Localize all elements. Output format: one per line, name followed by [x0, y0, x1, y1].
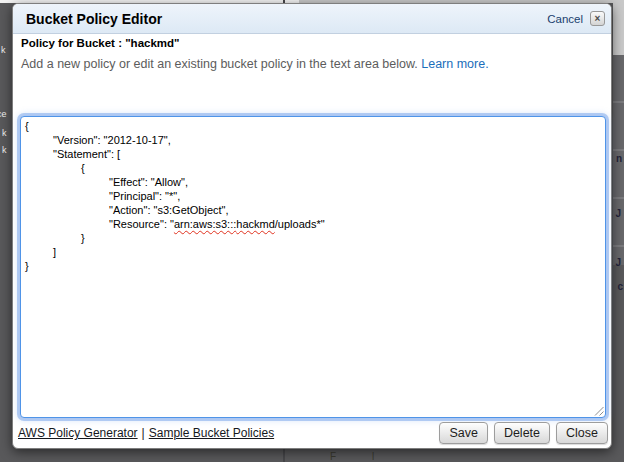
- bucket-policy-editor-dialog: Bucket Policy Editor Cancel × Policy for…: [12, 3, 612, 449]
- background-text-fragment: F: [330, 452, 336, 461]
- background-text-fragment: J: [615, 258, 621, 267]
- cancel-link[interactable]: Cancel: [547, 13, 583, 25]
- background-text-fragment: n: [616, 154, 622, 163]
- policy-text: {"Version": "2012-10-17","Statement": [{…: [25, 119, 601, 273]
- link-separator: |: [142, 426, 145, 440]
- background-text-fragment: l: [372, 452, 374, 461]
- x-icon: ×: [595, 13, 601, 24]
- background-text-fragment: k: [2, 146, 7, 155]
- description-text: Add a new policy or edit an existing buc…: [21, 57, 418, 71]
- background-text-fragment: k: [2, 129, 7, 138]
- resize-handle-icon[interactable]: [593, 405, 604, 416]
- close-x-button[interactable]: ×: [590, 11, 605, 26]
- background-text-fragment: c: [617, 282, 623, 291]
- policy-line: "Statement": [: [25, 147, 601, 161]
- dialog-title: Bucket Policy Editor: [26, 11, 547, 27]
- misspelled-word: arn:aws:s3:::: [174, 218, 236, 230]
- policy-line: ]: [25, 245, 601, 259]
- policy-line: "Resource": "arn:aws:s3:::hackmd/uploads…: [25, 217, 601, 231]
- misspelled-word: hackmd: [236, 218, 275, 230]
- screen: k ce k k n J J c F l Bucket Policy Edito…: [0, 0, 624, 462]
- dialog-header: Bucket Policy Editor Cancel ×: [13, 4, 611, 34]
- delete-button[interactable]: Delete: [494, 422, 550, 444]
- policy-line: {: [25, 161, 601, 175]
- footer-links: AWS Policy Generator|Sample Bucket Polic…: [18, 426, 274, 440]
- policy-line: {: [25, 119, 601, 133]
- aws-policy-generator-link[interactable]: AWS Policy Generator: [18, 426, 138, 440]
- policy-line: "Version": "2012-10-17",: [25, 133, 601, 147]
- footer-buttons: Save Delete Close: [439, 422, 608, 444]
- sample-bucket-policies-link[interactable]: Sample Bucket Policies: [149, 426, 274, 440]
- policy-line: }: [25, 259, 601, 273]
- background-text-fragment: k: [1, 46, 6, 55]
- policy-line: }: [25, 231, 601, 245]
- save-button[interactable]: Save: [439, 422, 488, 444]
- policy-line: "Effect": "Allow",: [25, 175, 601, 189]
- policy-line: "Action": "s3:GetObject",: [25, 203, 601, 217]
- policy-line: "Principal": "*",: [25, 189, 601, 203]
- background-text-fragment: ce: [0, 110, 7, 119]
- background-right-patch: [613, 0, 624, 55]
- policy-textarea[interactable]: {"Version": "2012-10-17","Statement": [{…: [20, 116, 606, 418]
- dialog-description: Add a new policy or edit an existing buc…: [21, 57, 489, 71]
- close-button[interactable]: Close: [556, 422, 608, 444]
- policy-for-bucket-label: Policy for Bucket : "hackmd": [21, 37, 180, 49]
- background-text-fragment: J: [615, 209, 621, 218]
- learn-more-link[interactable]: Learn more.: [421, 57, 488, 71]
